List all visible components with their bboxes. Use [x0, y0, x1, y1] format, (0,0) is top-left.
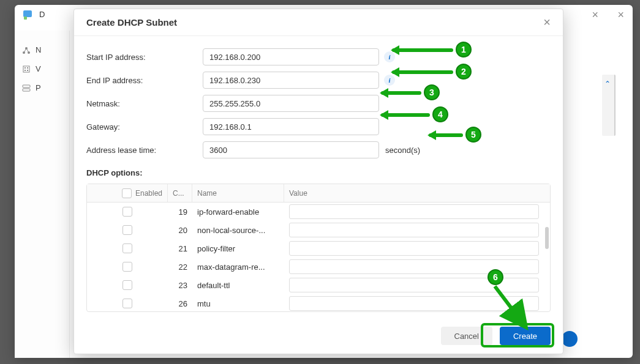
sidebar-label: V	[36, 64, 41, 73]
cell-value	[284, 223, 550, 237]
cell-value	[284, 241, 550, 256]
input-gateway[interactable]	[203, 118, 379, 135]
bg-title-1: D	[39, 10, 45, 19]
cell-code: 21	[168, 244, 192, 253]
row-checkbox[interactable]	[122, 280, 132, 290]
table-header: Enabled C... Name Value	[87, 184, 550, 202]
col-enabled[interactable]: Enabled	[87, 184, 168, 202]
bg-close-icon[interactable]: ×	[617, 9, 624, 21]
cell-value	[284, 204, 550, 219]
input-netmask[interactable]	[203, 95, 379, 112]
table-row: 26mtu	[87, 294, 550, 311]
app-icon	[22, 9, 34, 21]
row-checkbox[interactable]	[122, 207, 132, 217]
row-end-ip: End IP address: i	[86, 72, 551, 89]
table-row: 22max-datagram-re...	[87, 258, 550, 276]
col-value[interactable]: Value	[284, 184, 550, 202]
sidebar-item-building[interactable]: V	[15, 59, 69, 78]
label-end-ip: End IP address:	[86, 76, 203, 85]
sidebar-label: N	[36, 45, 41, 54]
cell-enabled	[87, 262, 168, 272]
cell-name: non-local-source-...	[192, 226, 284, 235]
cell-code: 19	[168, 207, 192, 217]
close-icon[interactable]: ×	[543, 15, 551, 29]
dhcp-options-label: DHCP options:	[86, 168, 551, 177]
bg-close-icon-2[interactable]: ×	[592, 9, 598, 21]
table-body: 19ip-forward-enable20non-local-source-..…	[87, 202, 550, 311]
background-sidebar: N V P	[15, 31, 70, 358]
table-row: 23default-ttl	[87, 276, 550, 294]
svg-rect-10	[23, 85, 30, 87]
row-checkbox[interactable]	[122, 225, 132, 235]
col-code[interactable]: C...	[168, 184, 192, 202]
sidebar-item-server[interactable]: P	[15, 78, 69, 97]
row-checkbox[interactable]	[122, 243, 132, 253]
row-netmask: Netmask:	[86, 95, 551, 112]
svg-rect-7	[27, 67, 28, 69]
option-value-input[interactable]	[289, 223, 539, 237]
option-value-input[interactable]	[289, 241, 539, 256]
svg-rect-6	[24, 67, 26, 69]
annotation-badge-5: 5	[465, 127, 481, 143]
cell-name: policy-filter	[192, 244, 284, 253]
cell-value	[284, 259, 550, 274]
cell-enabled	[87, 243, 168, 253]
label-gateway: Gateway:	[86, 122, 203, 132]
table-row: 20non-local-source-...	[87, 221, 550, 239]
annotation-badge-3: 3	[424, 84, 440, 100]
cell-name: max-datagram-re...	[192, 262, 284, 272]
svg-line-13	[495, 286, 522, 322]
cell-name: ip-forward-enable	[192, 207, 284, 217]
row-checkbox[interactable]	[122, 299, 132, 308]
input-start-ip[interactable]	[203, 48, 379, 65]
server-icon	[22, 84, 31, 92]
row-start-ip: Start IP address: i	[86, 48, 551, 65]
annotation-badge-4: 4	[432, 106, 448, 122]
table-row: 21policy-filter	[87, 239, 550, 258]
chevron-up-icon[interactable]: ⌃	[604, 80, 611, 88]
annotation-badge-1: 1	[456, 42, 472, 58]
svg-rect-1	[24, 17, 27, 20]
col-enabled-label: Enabled	[135, 189, 162, 198]
cell-code: 20	[168, 226, 192, 235]
network-icon	[22, 46, 31, 54]
input-end-ip[interactable]	[203, 72, 379, 89]
label-netmask: Netmask:	[86, 99, 203, 108]
sidebar-item-network[interactable]: N	[15, 40, 69, 59]
scrollbar-thumb[interactable]	[545, 227, 549, 249]
label-lease-time: Address lease time:	[86, 146, 203, 155]
annotation-arrow-6	[490, 281, 539, 333]
svg-rect-9	[27, 70, 28, 71]
background-action-button[interactable]	[562, 331, 578, 347]
cell-code: 23	[168, 281, 192, 290]
header-checkbox[interactable]	[122, 188, 132, 198]
cell-name: mtu	[192, 299, 284, 308]
svg-rect-8	[24, 70, 26, 71]
input-lease-time[interactable]	[203, 141, 379, 158]
row-lease-time: Address lease time: second(s)	[86, 141, 551, 158]
col-name[interactable]: Name	[192, 184, 284, 202]
option-value-input[interactable]	[289, 204, 539, 219]
svg-rect-0	[23, 10, 32, 17]
dialog-header: Create DHCP Subnet ×	[74, 9, 563, 36]
sidebar-label: P	[36, 83, 41, 92]
cell-enabled	[87, 280, 168, 290]
svg-rect-11	[23, 89, 30, 91]
cell-name: default-ttl	[192, 281, 284, 290]
cell-enabled	[87, 299, 168, 308]
dialog-title: Create DHCP Subnet	[86, 17, 177, 28]
annotation-badge-2: 2	[456, 64, 472, 80]
cell-code: 22	[168, 262, 192, 272]
cell-enabled	[87, 225, 168, 235]
lease-time-suffix: second(s)	[385, 146, 420, 155]
label-start-ip: Start IP address:	[86, 53, 203, 62]
cell-enabled	[87, 207, 168, 217]
row-checkbox[interactable]	[122, 262, 132, 272]
cell-code: 26	[168, 299, 192, 308]
dhcp-options-table: Enabled C... Name Value 19ip-forward-ena…	[86, 184, 551, 312]
svg-rect-5	[23, 66, 29, 72]
table-row: 19ip-forward-enable	[87, 202, 550, 221]
building-icon	[22, 65, 31, 73]
